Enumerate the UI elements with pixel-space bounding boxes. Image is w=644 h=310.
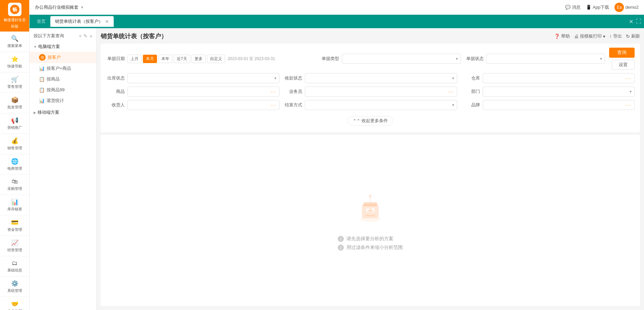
collapse-panel-btn[interactable]: « bbox=[90, 33, 92, 39]
filter-row-2: 出库状态 ▾ 收款状态 ▾ 仓库 bbox=[106, 73, 635, 83]
sidebar-item-purchase[interactable]: 🛍 采购管理 bbox=[0, 175, 29, 195]
doc-status-select[interactable]: ▾ bbox=[486, 54, 605, 64]
tree-child-by-product-label: 按商品 bbox=[47, 76, 60, 82]
operation-icon: 📈 bbox=[11, 239, 18, 247]
app-download-label: App下载 bbox=[593, 4, 609, 10]
settlement-select[interactable]: ▾ bbox=[305, 100, 457, 110]
refresh-icon: ↻ bbox=[626, 34, 630, 39]
date-btn-this-year[interactable]: 本年 bbox=[158, 55, 172, 63]
add-scheme-btn[interactable]: + bbox=[79, 33, 82, 39]
product-select[interactable]: ··· bbox=[127, 87, 279, 97]
query-btn[interactable]: 查询 bbox=[609, 48, 635, 58]
sidebar-item-quicknav-label: 快捷导航 bbox=[7, 64, 22, 69]
export-icon: ↑ bbox=[609, 34, 612, 39]
sidebar-item-ecommerce-label: 电商管理 bbox=[7, 166, 22, 171]
tab-expand-btn[interactable]: ⛶ bbox=[636, 18, 641, 24]
sidebar-item-finance[interactable]: 💳 资金管理 bbox=[0, 215, 29, 236]
help-icon: ❓ bbox=[554, 34, 560, 39]
tree-group-mobile: ▶ 移动端方案 bbox=[30, 107, 96, 118]
tab-close-btn[interactable]: ✕ bbox=[105, 19, 109, 24]
brand-dots: ··· bbox=[626, 102, 632, 108]
print-icon: 🖨 bbox=[574, 34, 579, 39]
sidebar-item-retail[interactable]: 🛒 零售管理 bbox=[0, 72, 29, 93]
sidebar-item-quicknav[interactable]: ⭐ 快捷导航 bbox=[0, 52, 29, 72]
receiver-dots: ··· bbox=[271, 102, 277, 108]
collapse-btn[interactable]: ⌃⌃ 收起更多条件 bbox=[348, 116, 393, 125]
refresh-btn[interactable]: ↻ 刷新 bbox=[626, 33, 640, 39]
tree-group-pc: ▼ 电脑端方案 按 按客户 📊 按客户+商品 📋 按商品 📋 按商品9 bbox=[30, 41, 96, 107]
sidebar-item-basic[interactable]: 🗂 基础信息 bbox=[0, 256, 29, 276]
app-download-btn[interactable]: 📱 App下载 bbox=[586, 4, 609, 10]
brand-select[interactable]: ··· bbox=[483, 100, 635, 110]
edit-scheme-btn[interactable]: ✎ bbox=[84, 33, 88, 39]
tab-sales-stat[interactable]: 销货单统计表（按客户） ✕ bbox=[50, 16, 114, 27]
tree-parent-mobile[interactable]: ▶ 移动端方案 bbox=[30, 107, 96, 117]
finance-icon: 💳 bbox=[11, 219, 18, 226]
tree-child-by-product-99[interactable]: 📋 按商品99 bbox=[30, 85, 96, 95]
sidebar-item-finance-label: 资金管理 bbox=[7, 227, 22, 232]
sidebar-item-wholesale[interactable]: 📦 批发管理 bbox=[0, 93, 29, 113]
tree-child-by-product-99-label: 按商品99 bbox=[47, 87, 64, 93]
sidebar-item-enterprise[interactable]: 🤝 企业协同 bbox=[0, 297, 29, 310]
date-btn-custom[interactable]: 自定义 bbox=[207, 55, 225, 63]
logo-icon: 畅 bbox=[8, 3, 21, 16]
salesperson-select[interactable]: ··· bbox=[305, 87, 457, 97]
date-btn-this-month[interactable]: 本月 bbox=[143, 55, 157, 63]
tab-home[interactable]: 首页 bbox=[32, 16, 50, 27]
settings-btn[interactable]: 设置 bbox=[612, 60, 635, 70]
receipt-status-select[interactable]: ▾ bbox=[305, 73, 457, 83]
refresh-label: 刷新 bbox=[631, 33, 640, 39]
filter-settlement: 结算方式 ▾ bbox=[283, 100, 457, 110]
help-btn[interactable]: ❓ 帮助 bbox=[554, 33, 570, 39]
doc-type-dropdown-icon: ▾ bbox=[456, 56, 458, 61]
tree-parent-pc[interactable]: ▼ 电脑端方案 bbox=[30, 42, 96, 52]
warehouse-select[interactable]: ··· bbox=[483, 73, 635, 83]
sidebar-item-ecommerce[interactable]: 🌐 电商管理 bbox=[0, 154, 29, 175]
doc-type-select[interactable]: ▾ bbox=[342, 54, 461, 64]
main-area: 办公用品行业模拟账套 ▾ 💬 消息 📱 App下载 Ea demo2 首页 bbox=[30, 0, 644, 310]
top-nav-dropdown[interactable]: ▾ bbox=[81, 5, 83, 10]
template-print-btn[interactable]: 🖨 按模板打印 ▾ bbox=[574, 33, 605, 39]
date-btn-more[interactable]: 更多 bbox=[192, 55, 206, 63]
sidebar-item-marketing[interactable]: 📢 营销推广 bbox=[0, 113, 29, 134]
sidebar-item-operation[interactable]: 📈 经营管理 bbox=[0, 236, 29, 256]
tree-arrow-pc: ▼ bbox=[34, 45, 37, 49]
settlement-label: 结算方式 bbox=[283, 102, 302, 108]
message-btn[interactable]: 💬 消息 bbox=[565, 4, 581, 10]
filter-brand: 品牌 ··· bbox=[461, 100, 635, 110]
receiver-select[interactable]: ··· bbox=[127, 100, 279, 110]
tree-child-by-customer-product[interactable]: 📊 按客户+商品 bbox=[30, 63, 96, 74]
sidebar-item-basic-label: 基础信息 bbox=[7, 268, 22, 273]
filter-area: 单据日期 上月 本月 本年 近7天 更多 自定义 2023-03-01 至 20… bbox=[101, 44, 640, 132]
sidebar-item-system[interactable]: ⚙️ 系统管理 bbox=[0, 276, 29, 297]
logo-area: 畅 畅捷通好生意 标版 bbox=[0, 0, 29, 32]
avatar-text: Ea bbox=[617, 5, 622, 10]
sidebar-item-sales[interactable]: 💰 销售管理 bbox=[0, 134, 29, 154]
tree-child-refund-stat[interactable]: 📊 退货统计 bbox=[30, 95, 96, 106]
date-btn-last7[interactable]: 近7天 bbox=[174, 55, 190, 63]
tree-child-by-customer[interactable]: 按 按客户 bbox=[30, 52, 96, 63]
tab-close-all-btn[interactable]: ✕ bbox=[629, 18, 633, 25]
message-icon: 💬 bbox=[565, 5, 571, 10]
tab-sales-stat-label: 销货单统计表（按客户） bbox=[55, 18, 103, 24]
user-btn[interactable]: Ea demo2 bbox=[614, 3, 639, 12]
export-btn[interactable]: ↑ 导出 bbox=[609, 33, 622, 39]
tree-arrow-mobile: ▶ bbox=[34, 111, 36, 114]
sidebar-item-search[interactable]: 🔍 搜索菜单 bbox=[0, 32, 29, 52]
filter-doc-status: 单据状态 ▾ bbox=[465, 54, 605, 64]
sidebar-menu: 🔍 搜索菜单 ⭐ 快捷导航 🛒 零售管理 📦 批发管理 📢 营销推广 💰 销售管… bbox=[0, 32, 29, 310]
empty-tip-2: 2 用过滤条件来缩小分析范围 bbox=[338, 245, 403, 251]
out-status-select[interactable]: ▾ bbox=[127, 73, 279, 83]
sidebar-item-wholesale-label: 批发管理 bbox=[7, 105, 22, 110]
retail-icon: 🛒 bbox=[11, 76, 18, 83]
department-select[interactable]: ▾ bbox=[483, 87, 635, 97]
filter-warehouse: 仓库 ··· bbox=[461, 73, 635, 83]
tree-child-by-product[interactable]: 📋 按商品 bbox=[30, 74, 96, 85]
system-icon: ⚙️ bbox=[11, 280, 18, 287]
doc-status-label: 单据状态 bbox=[465, 56, 484, 62]
sidebar-item-inventory[interactable]: 📊 库存核算 bbox=[0, 195, 29, 215]
filter-receiver: 收货人 ··· bbox=[106, 100, 279, 110]
date-btn-last-month[interactable]: 上月 bbox=[127, 55, 142, 63]
right-action-area: 查询 设置 bbox=[609, 48, 635, 70]
filter-salesperson: 业务员 ··· bbox=[283, 87, 457, 97]
